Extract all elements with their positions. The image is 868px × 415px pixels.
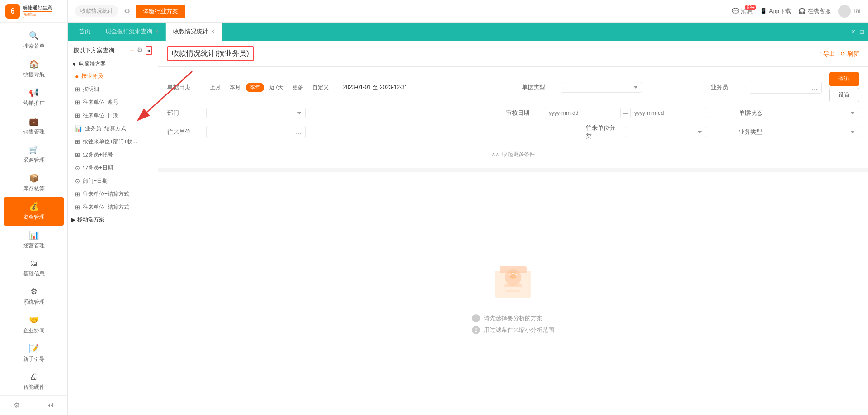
add-scheme-icon[interactable]: + [130, 46, 134, 55]
date-tab-more[interactable]: 更多 [289, 83, 307, 92]
dept-select[interactable] [206, 108, 306, 118]
logo-text: 畅捷通好生意 标准版 [23, 5, 52, 18]
message-area[interactable]: 💬 消息 99+ [732, 7, 753, 15]
detail-icon: ⊞ [75, 86, 80, 93]
tree-item-by-detail[interactable]: ⊞ 按明细 [68, 83, 158, 96]
home-icon: 🏠 [29, 59, 39, 69]
settings-bottom-icon[interactable]: ⚙ [14, 401, 20, 410]
user-area[interactable]: Rit [838, 5, 861, 18]
tab-action-close[interactable]: ✕ [851, 28, 856, 35]
trial-button[interactable]: 体验行业方案 [136, 5, 185, 18]
page-title: 收款情况统计(按业务员) [172, 49, 249, 57]
svg-rect-3 [504, 284, 522, 287]
tab-action-maximize[interactable]: ⊡ [859, 28, 864, 35]
tab-receipt[interactable]: 收款情况统计 × [166, 23, 222, 41]
export-button[interactable]: ↑ 导出 [819, 50, 835, 58]
sidebar-item-corp[interactable]: 🤝 企业协同 [0, 311, 67, 339]
collapse-bottom-icon[interactable]: ⏮ [47, 401, 54, 410]
sidebar-bottom: ⚙ ⏮ [0, 395, 67, 415]
sidebar-item-search[interactable]: 🔍 搜索菜单 [0, 26, 67, 55]
app-download-area[interactable]: 📱 App下载 [760, 7, 791, 15]
sidebar-item-system[interactable]: ⚙ 系统管理 [0, 282, 67, 311]
date-to: 2023-12-31 [380, 84, 407, 90]
collapse-panel-icon[interactable]: « [146, 46, 152, 55]
section-mobile[interactable]: ▶ 移动端方案 [68, 214, 158, 225]
settings-button[interactable]: 设置 [829, 88, 859, 102]
collapse-bar[interactable]: ∧∧ 收起更多条件 [167, 146, 859, 163]
tree-item-partner-settlement1[interactable]: ⊞ 往来单位+结算方式 [68, 188, 158, 201]
inventory-icon: 📦 [29, 173, 39, 183]
tree-item-partner-account[interactable]: ⊞ 往来单位+账号 [68, 96, 158, 109]
review-date-from[interactable] [545, 108, 621, 118]
section-desktop[interactable]: ▼ 电脑端方案 [68, 58, 158, 70]
tree-item-salesperson-account[interactable]: ⊞ 业务员+账号 [68, 148, 158, 161]
tab-home[interactable]: 首页 [71, 23, 98, 41]
salesperson-dots[interactable]: ... [812, 83, 818, 91]
online-service-area[interactable]: 🎧 在线客服 [798, 7, 831, 15]
review-date-group: — [545, 108, 706, 118]
logo-area: 6 畅捷通好生意 标准版 [0, 0, 67, 23]
filter-row-partner: 往来单位 ... 往来单位分类 业务类型 [167, 124, 859, 140]
tree-item-by-salesperson[interactable]: ● 按业务员 [68, 70, 158, 83]
section-arrow: ▼ [71, 61, 77, 67]
empty-tip-1: 1 请先选择要分析的方案 [472, 314, 554, 322]
tree-item-dept-date[interactable]: ⊙ 部门+日期 [68, 174, 158, 188]
date-tab-custom[interactable]: 自定义 [309, 83, 332, 92]
salesperson-label: 业务员 [711, 83, 742, 91]
query-button[interactable]: 查询 [829, 72, 859, 86]
sidebar-item-basic[interactable]: 🗂 基础信息 [0, 254, 67, 282]
sidebar-item-quick[interactable]: 🏠 快捷导航 [0, 55, 67, 83]
date-range-display: 2023-01-01 至 2023-12-31 [343, 84, 408, 91]
sidebar: 6 畅捷通好生意 标准版 🔍 搜索菜单 🏠 快捷导航 📢 营销推广 💼 销售管理… [0, 0, 68, 415]
review-date-to[interactable] [630, 108, 706, 118]
biz-type-label: 业务类型 [739, 128, 770, 136]
partner-settlement2-icon: ⊞ [75, 204, 80, 211]
tab-close-receipt[interactable]: × [211, 28, 214, 35]
date-tab-last-month[interactable]: 上月 [206, 83, 224, 92]
panel-action-buttons: + ⚙ « [130, 46, 152, 55]
user-avatar [838, 5, 851, 18]
doc-status-select[interactable] [778, 108, 859, 118]
purchase-icon: 🛒 [29, 145, 39, 155]
tree-item-partner-dept[interactable]: ⊞ 按往来单位+部门+收... [68, 135, 158, 148]
doc-status-label: 单据状态 [739, 109, 770, 117]
system-icon: ⚙ [30, 287, 38, 297]
partner-input[interactable]: ... [206, 126, 306, 138]
panel-title: 按以下方案查询 [73, 47, 114, 55]
tree-item-partner-settlement2[interactable]: ⊞ 往来单位+结算方式 [68, 201, 158, 214]
date-tab-this-year[interactable]: 本年 [246, 83, 264, 92]
user-name: Rit [854, 8, 861, 14]
partner-date-icon: ⊞ [75, 112, 80, 119]
date-dash: — [623, 110, 628, 117]
tree-item-partner-date[interactable]: ⊞ 往来单位+日期 [68, 109, 158, 122]
sidebar-item-guide[interactable]: 📝 新手引导 [0, 339, 67, 368]
sidebar-item-sales[interactable]: 💼 销售管理 [0, 112, 67, 140]
sidebar-item-finance[interactable]: 💰 资金管理 [4, 197, 64, 226]
filter-area: 单据日期 上月 本月 本年 近7天 更多 自定义 2023-01-01 至 20… [158, 67, 868, 168]
tab-close-bank[interactable]: × [155, 28, 158, 35]
partner-settlement1-icon: ⊞ [75, 191, 80, 198]
doc-type-select[interactable] [561, 82, 642, 93]
tree-item-salesperson-settlement[interactable]: 📊 业务员+结算方式 [68, 122, 158, 135]
partner-category-select[interactable] [625, 127, 706, 137]
sidebar-item-hardware[interactable]: 🖨 智能硬件 [0, 368, 67, 395]
tab-bank[interactable]: 现金银行流水查询 × [98, 23, 166, 41]
sidebar-item-operation[interactable]: 📊 经营管理 [0, 226, 67, 254]
tree-item-salesperson-date[interactable]: ⊙ 业务员+日期 [68, 161, 158, 174]
sidebar-item-marketing[interactable]: 📢 营销推广 [0, 83, 67, 112]
basic-icon: 🗂 [30, 259, 38, 268]
date-tab-last7[interactable]: 近7天 [266, 83, 287, 92]
date-tab-this-month[interactable]: 本月 [226, 83, 244, 92]
app-icon: 📱 [760, 8, 767, 14]
tab-bar: 首页 现金银行流水查询 × 收款情况统计 × ✕ ⊡ [68, 23, 868, 41]
header-gear-icon[interactable]: ⚙ [124, 7, 130, 15]
biz-type-select[interactable] [778, 127, 859, 137]
partner-dots[interactable]: ... [296, 128, 302, 136]
salesperson-input[interactable]: ... [750, 81, 822, 94]
sidebar-item-purchase[interactable]: 🛒 采购管理 [0, 140, 67, 169]
search-icon: 🔍 [29, 31, 39, 41]
scheme-gear-icon[interactable]: ⚙ [137, 46, 143, 55]
refresh-button[interactable]: ↺ 刷新 [840, 50, 859, 58]
sidebar-item-inventory[interactable]: 📦 库存核算 [0, 169, 67, 197]
dept-date-icon: ⊙ [75, 178, 80, 184]
